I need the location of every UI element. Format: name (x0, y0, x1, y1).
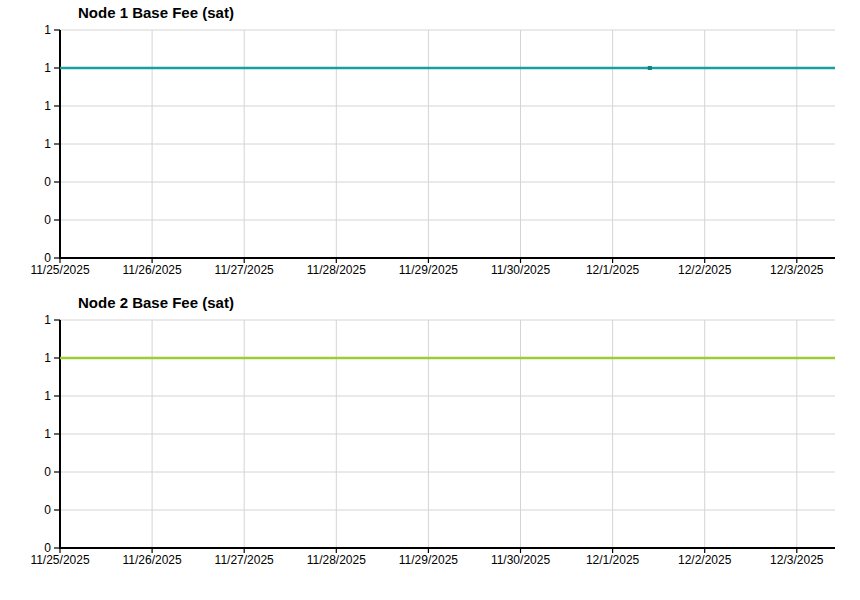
x-axis-tick-label: 11/30/2025 (491, 553, 550, 567)
x-axis-tick-label: 11/27/2025 (215, 553, 274, 567)
x-axis-tick-label: 11/26/2025 (123, 263, 182, 277)
y-axis-tick-label: 1 (44, 313, 51, 327)
chart-node1-base-fee: Node 1 Base Fee (sat)111100011/25/202511… (0, 0, 860, 290)
x-axis-tick-label: 12/1/2025 (586, 553, 640, 567)
y-axis-tick-label: 1 (44, 61, 51, 75)
x-axis-tick-label: 11/30/2025 (491, 263, 550, 277)
y-axis-tick-label: 0 (44, 465, 51, 479)
y-axis-tick-label: 1 (44, 427, 51, 441)
x-axis-tick-label: 11/25/2025 (30, 263, 89, 277)
x-axis-tick-label: 11/25/2025 (30, 553, 89, 567)
y-axis-tick-label: 1 (44, 23, 51, 37)
x-axis-tick-label: 12/2/2025 (678, 263, 732, 277)
y-axis-tick-label: 0 (44, 503, 51, 517)
report-canvas: Node 1 Base Fee (sat)111100011/25/202511… (0, 0, 860, 600)
plot-area: 111100011/25/202511/26/202511/27/202511/… (0, 290, 860, 580)
y-axis-tick-label: 1 (44, 351, 51, 365)
x-axis-tick-label: 11/28/2025 (307, 553, 366, 567)
x-axis-tick-label: 11/26/2025 (123, 553, 182, 567)
chart-node2-base-fee: Node 2 Base Fee (sat)111100011/25/202511… (0, 290, 860, 580)
x-axis-tick-label: 11/29/2025 (399, 553, 458, 567)
x-axis-tick-label: 12/3/2025 (770, 553, 824, 567)
x-axis-tick-label: 11/29/2025 (399, 263, 458, 277)
plot-area: 111100011/25/202511/26/202511/27/202511/… (0, 0, 860, 290)
x-axis-tick-label: 12/2/2025 (678, 553, 732, 567)
x-axis-tick-label: 11/28/2025 (307, 263, 366, 277)
data-point-marker (648, 66, 652, 70)
x-axis-tick-label: 12/1/2025 (586, 263, 640, 277)
y-axis-tick-label: 0 (44, 175, 51, 189)
x-axis-tick-label: 12/3/2025 (770, 263, 824, 277)
y-axis-tick-label: 0 (44, 213, 51, 227)
y-axis-tick-label: 1 (44, 389, 51, 403)
y-axis-tick-label: 1 (44, 137, 51, 151)
y-axis-tick-label: 1 (44, 99, 51, 113)
x-axis-tick-label: 11/27/2025 (215, 263, 274, 277)
